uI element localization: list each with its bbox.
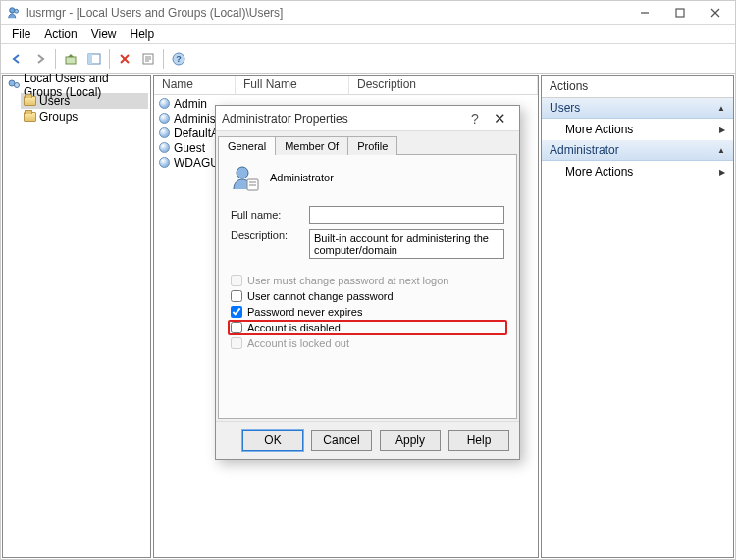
dialog-body: Administrator Full name: Description: Us… xyxy=(218,154,517,419)
tree-pane: Local Users and Groups (Local) Users Gro… xyxy=(2,75,151,558)
checkbox-cannot-change-input[interactable] xyxy=(231,290,242,302)
checkbox-locked-out: Account is locked out xyxy=(231,337,504,349)
user-icon xyxy=(158,112,171,125)
toolbar: ? xyxy=(1,44,735,74)
cancel-button[interactable]: Cancel xyxy=(311,430,372,451)
help-button[interactable]: Help xyxy=(448,430,509,451)
menu-action[interactable]: Action xyxy=(37,27,83,41)
checkbox-label: Account is disabled xyxy=(247,322,341,333)
col-description[interactable]: Description xyxy=(349,76,538,94)
description-label: Description: xyxy=(231,229,309,241)
window-title: lusrmgr - [Local Users and Groups (Local… xyxy=(26,6,627,20)
checkbox-cannot-change[interactable]: User cannot change password xyxy=(231,290,504,302)
svg-point-1 xyxy=(15,9,19,13)
dialog-buttons: OK Cancel Apply Help xyxy=(216,421,519,459)
user-icon xyxy=(158,141,171,154)
collapse-icon: ▲ xyxy=(717,104,725,113)
show-hide-tree-button[interactable] xyxy=(83,48,105,70)
app-icon xyxy=(7,6,21,20)
maximize-button[interactable] xyxy=(662,1,698,25)
actions-group-users[interactable]: Users ▲ xyxy=(542,98,733,119)
actions-link-label: More Actions xyxy=(565,123,633,136)
actions-header: Actions xyxy=(542,76,733,98)
dialog-title: Administrator Properties xyxy=(222,112,464,126)
checkbox-label: Account is locked out xyxy=(247,337,349,349)
svg-rect-3 xyxy=(676,9,684,17)
title-bar: lusrmgr - [Local Users and Groups (Local… xyxy=(1,1,735,25)
properties-button[interactable] xyxy=(137,48,159,70)
properties-dialog: Administrator Properties ? ✕ General Mem… xyxy=(215,105,520,460)
up-button[interactable] xyxy=(60,48,81,70)
tree-item-label: Groups xyxy=(39,110,78,124)
svg-rect-6 xyxy=(66,57,76,64)
menu-help[interactable]: Help xyxy=(124,27,162,41)
users-groups-icon xyxy=(7,78,21,92)
close-button[interactable] xyxy=(698,1,733,25)
svg-point-19 xyxy=(237,167,248,178)
dialog-user-name: Administrator xyxy=(270,172,334,183)
checkbox-must-change-input xyxy=(231,275,242,286)
folder-icon xyxy=(23,94,36,108)
tab-member-of[interactable]: Member Of xyxy=(275,136,348,155)
actions-group-title: Administrator xyxy=(550,143,619,157)
list-header: Name Full Name Description xyxy=(154,76,538,95)
dialog-titlebar[interactable]: Administrator Properties ? ✕ xyxy=(216,106,519,131)
svg-rect-8 xyxy=(88,54,92,64)
checkbox-locked-out-input xyxy=(231,337,242,349)
user-name: Guest xyxy=(174,141,205,155)
checkbox-account-disabled[interactable]: Account is disabled xyxy=(228,320,507,335)
tab-general[interactable]: General xyxy=(218,136,276,155)
folder-icon xyxy=(23,110,36,124)
checkbox-never-expires[interactable]: Password never expires xyxy=(231,306,504,318)
user-icon xyxy=(158,97,171,110)
dialog-tabs: General Member Of Profile xyxy=(216,131,519,154)
user-name: Admin xyxy=(174,97,207,111)
dialog-close-button[interactable]: ✕ xyxy=(486,110,513,127)
collapse-icon: ▲ xyxy=(717,146,725,155)
menu-view[interactable]: View xyxy=(84,27,124,41)
checkbox-never-expires-input[interactable] xyxy=(231,306,242,318)
toolbar-separator xyxy=(163,49,164,69)
apply-button[interactable]: Apply xyxy=(380,430,441,451)
delete-button[interactable] xyxy=(114,48,135,70)
minimize-button[interactable] xyxy=(627,1,662,25)
back-button[interactable] xyxy=(6,48,27,70)
chevron-right-icon: ▶ xyxy=(719,168,725,177)
toolbar-separator xyxy=(55,49,56,69)
actions-group-administrator[interactable]: Administrator ▲ xyxy=(542,140,733,161)
tree-item-groups[interactable]: Groups xyxy=(21,109,148,125)
full-name-input[interactable] xyxy=(309,206,504,224)
toolbar-separator xyxy=(109,49,110,69)
ok-button[interactable]: OK xyxy=(242,430,303,451)
checkbox-must-change: User must change password at next logon xyxy=(231,275,504,286)
svg-point-18 xyxy=(15,83,20,88)
checkbox-account-disabled-input[interactable] xyxy=(231,322,242,333)
dialog-help-button[interactable]: ? xyxy=(464,111,486,127)
chevron-right-icon: ▶ xyxy=(719,126,725,134)
actions-more-users[interactable]: More Actions ▶ xyxy=(542,119,733,140)
svg-text:?: ? xyxy=(176,54,182,64)
actions-group-title: Users xyxy=(550,101,580,115)
user-icon xyxy=(158,156,171,169)
actions-link-label: More Actions xyxy=(565,165,633,178)
forward-button[interactable] xyxy=(29,48,51,70)
svg-point-0 xyxy=(10,7,15,12)
help-button[interactable]: ? xyxy=(168,48,189,70)
actions-pane: Actions Users ▲ More Actions ▶ Administr… xyxy=(541,75,734,558)
menu-file[interactable]: File xyxy=(5,27,37,41)
menu-bar: File Action View Help xyxy=(1,25,735,44)
actions-more-administrator[interactable]: More Actions ▶ xyxy=(542,161,733,182)
checkbox-label: User must change password at next logon xyxy=(247,275,448,286)
col-full-name[interactable]: Full Name xyxy=(236,76,349,94)
tree-root[interactable]: Local Users and Groups (Local) xyxy=(5,77,148,93)
checkbox-label: User cannot change password xyxy=(247,290,394,302)
col-name[interactable]: Name xyxy=(154,76,236,94)
full-name-label: Full name: xyxy=(231,209,309,221)
checkbox-label: Password never expires xyxy=(247,306,362,318)
tree-item-label: Users xyxy=(39,94,70,108)
tab-profile[interactable]: Profile xyxy=(347,136,397,155)
user-icon xyxy=(158,127,171,139)
description-input[interactable] xyxy=(309,229,504,259)
user-large-icon xyxy=(231,163,260,192)
